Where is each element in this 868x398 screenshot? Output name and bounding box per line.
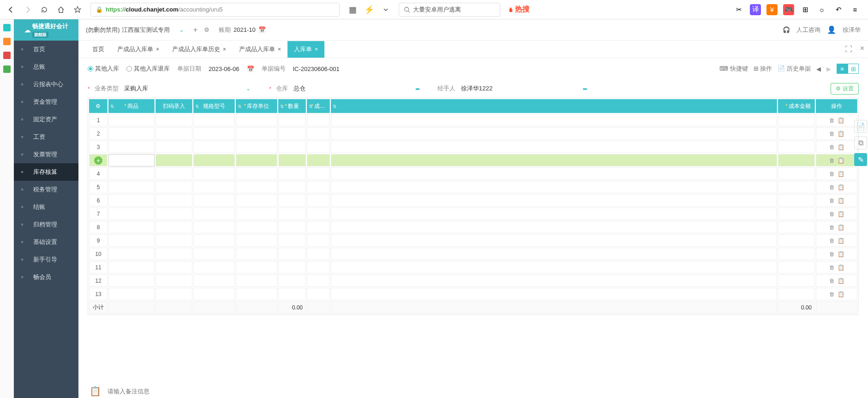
url-bar[interactable]: 🔒 https:// cloud.chanjet.com /accounting…	[90, 3, 340, 17]
period-value[interactable]: 2021-10	[233, 26, 256, 33]
game-icon[interactable]: 🎮	[783, 4, 794, 15]
sidebar-item-9[interactable]: ▫结账	[14, 198, 78, 216]
gear-icon[interactable]: ⚙	[204, 26, 210, 33]
delete-icon[interactable]: 🗑	[829, 184, 835, 190]
col-spec[interactable]: ⇅规格型号	[193, 99, 235, 113]
col-product[interactable]: ⇅*商品	[108, 99, 155, 113]
copy-icon[interactable]: 📋	[838, 264, 844, 271]
table-row[interactable]: 2🗑📋	[89, 127, 857, 140]
history-link[interactable]: 📄 历史单据	[778, 65, 811, 73]
tab-4[interactable]: 入库单×	[287, 41, 324, 58]
nav-back-button[interactable]	[4, 2, 18, 17]
table-row[interactable]: 13🗑📋	[89, 288, 857, 300]
table-row[interactable]: 12🗑📋	[89, 274, 857, 287]
close-icon[interactable]: ×	[278, 46, 281, 53]
copy-icon[interactable]: 📋	[838, 117, 844, 124]
sidebar-item-3[interactable]: ▫资金管理	[14, 93, 78, 111]
sidebar-item-6[interactable]: ▫发票管理	[14, 146, 78, 163]
notes-input[interactable]	[108, 388, 857, 395]
sidebar-item-7[interactable]: ▫库存核算	[14, 163, 78, 181]
delete-icon[interactable]: 🗑	[829, 238, 835, 244]
support-link[interactable]: 人工咨询	[796, 26, 820, 34]
view-list-icon[interactable]: ≡	[837, 64, 848, 74]
table-row[interactable]: +🗑📋	[89, 154, 857, 166]
col-gear[interactable]: ⚙	[89, 99, 108, 113]
sidebar-item-13[interactable]: ▫畅会员	[14, 268, 78, 286]
translate-icon[interactable]: 译	[750, 4, 761, 15]
delete-icon[interactable]: 🗑	[829, 251, 835, 257]
sidebar-item-12[interactable]: ▫新手引导	[14, 251, 78, 268]
reload-button[interactable]	[37, 2, 52, 17]
copy-icon[interactable]: 📋	[838, 157, 844, 164]
qr-icon[interactable]: ▦	[345, 2, 360, 17]
warehouse-input[interactable]	[292, 83, 412, 95]
rail-layer-icon[interactable]: ⧉	[854, 137, 867, 149]
sidebar-item-1[interactable]: ▫总账	[14, 58, 78, 76]
delete-icon[interactable]: 🗑	[829, 157, 835, 164]
delete-icon[interactable]: 🗑	[829, 197, 835, 204]
delete-icon[interactable]: 🗑	[829, 278, 835, 284]
chevron-down-icon[interactable]: ⌄	[246, 85, 251, 92]
settings-button[interactable]: ⚙ 设置	[831, 83, 859, 95]
table-row[interactable]: 3🗑📋	[89, 141, 857, 153]
brightness-icon[interactable]: ☼	[816, 4, 827, 15]
table-row[interactable]: 8🗑📋	[89, 221, 857, 233]
ops-link[interactable]: ⊞ 操作	[754, 65, 772, 73]
shortcut-link[interactable]: ⌨ 快捷键	[719, 65, 748, 73]
delete-icon[interactable]: 🗑	[829, 264, 835, 271]
table-row[interactable]: 9🗑📋	[89, 234, 857, 247]
tab-2[interactable]: 产成品入库单历史×	[166, 41, 233, 58]
rail-icon-2[interactable]	[3, 38, 11, 45]
copy-icon[interactable]: 📋	[838, 184, 844, 190]
browser-search-input[interactable]: 大量安卓用户逃离	[399, 3, 500, 17]
copy-icon[interactable]: 📋	[838, 251, 844, 257]
delete-icon[interactable]: 🗑	[829, 224, 835, 231]
col-unit[interactable]: ⇅*库存单位	[236, 99, 277, 113]
close-all-tabs[interactable]: ×	[860, 44, 864, 53]
copy-icon[interactable]: 📋	[838, 291, 844, 297]
tab-0[interactable]: 首页	[86, 41, 111, 58]
biztype-input[interactable]	[122, 83, 242, 95]
copy-icon[interactable]: 📋	[838, 224, 844, 231]
copy-icon[interactable]: 📋	[838, 238, 844, 244]
sidebar-item-2[interactable]: ▫云报表中心	[14, 76, 78, 93]
nav-forward-button[interactable]	[20, 2, 35, 17]
copy-icon[interactable]: 📋	[838, 144, 844, 150]
calendar-icon[interactable]: 📅	[258, 26, 266, 33]
col-qty[interactable]: ⇅*数量	[278, 99, 306, 113]
add-row-icon[interactable]: +	[94, 156, 102, 165]
table-row[interactable]: 1🗑📋	[89, 114, 857, 126]
copy-icon[interactable]: 📋	[838, 197, 844, 204]
menu-icon[interactable]: ≡	[850, 4, 861, 15]
wallet-icon[interactable]: ¥	[766, 4, 778, 15]
user-name[interactable]: 徐泽华	[843, 26, 861, 34]
radio-other-in[interactable]: 其他入库	[88, 65, 119, 73]
tab-1[interactable]: 产成品入库单×	[111, 41, 166, 58]
radio-other-return[interactable]: 其他入库退库	[126, 65, 170, 73]
col-scan[interactable]: 扫码录入	[156, 99, 192, 113]
org-dropdown[interactable]: ⌄	[179, 26, 184, 33]
date-value[interactable]: 2023-06-06	[209, 65, 239, 72]
delete-icon[interactable]: 🗑	[829, 291, 835, 297]
cut-icon[interactable]: ✂	[733, 4, 744, 15]
rail-icon-1[interactable]	[3, 24, 11, 31]
sidebar-item-0[interactable]: ▫首页	[14, 41, 78, 58]
col-cost[interactable]: ⇅*成…	[307, 99, 330, 113]
handler-input[interactable]	[459, 83, 579, 95]
copy-icon[interactable]: 📋	[838, 171, 844, 177]
sidebar-item-10[interactable]: ▫归档管理	[14, 216, 78, 233]
rail-icon-3[interactable]	[3, 52, 11, 59]
sidebar-item-5[interactable]: ▫工资	[14, 128, 78, 146]
delete-icon[interactable]: 🗑	[829, 211, 835, 217]
calendar-icon[interactable]: 📅	[247, 65, 254, 72]
app-logo[interactable]: ☁ 畅捷通好会计 旗舰版	[14, 19, 78, 41]
delete-icon[interactable]: 🗑	[829, 144, 835, 150]
table-row[interactable]: 5🗑📋	[89, 181, 857, 193]
sidebar-item-4[interactable]: ▫固定资产	[14, 111, 78, 128]
hot-search-badge[interactable]: 热搜	[508, 5, 530, 14]
apps-icon[interactable]: ⊞	[800, 4, 811, 15]
rail-doc-icon[interactable]: 📄	[854, 120, 867, 133]
table-row[interactable]: 7🗑📋	[89, 208, 857, 220]
flash-icon[interactable]: ⚡	[362, 2, 377, 17]
copy-icon[interactable]: 📋	[838, 211, 844, 217]
